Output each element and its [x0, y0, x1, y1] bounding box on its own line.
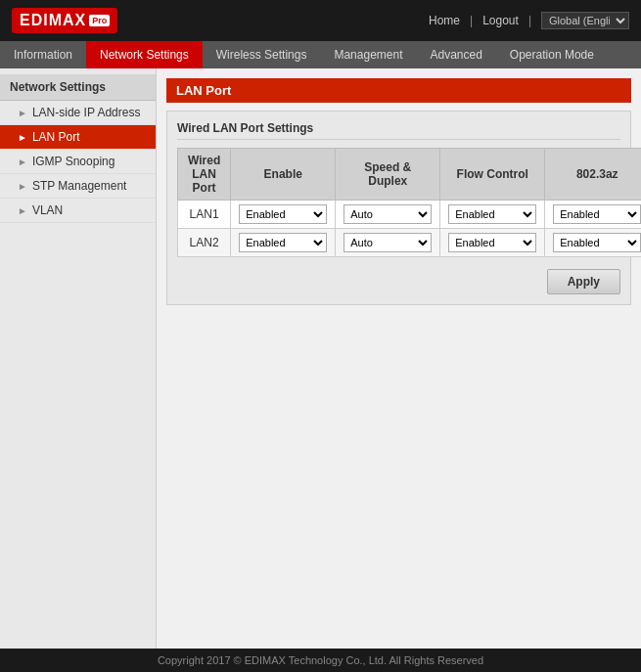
language-select[interactable]: Global (English)	[541, 12, 629, 29]
sidebar-item-label: VLAN	[32, 203, 63, 217]
content-area: LAN Port Wired LAN Port Settings Wired L…	[157, 68, 641, 649]
lan2-speed-cell: Auto 10 Half 10 Full 100 Half 100 Full	[336, 229, 440, 257]
lan2-enable-select[interactable]: Enabled Disabled	[239, 233, 327, 252]
sidebar-section-title: Network Settings	[0, 74, 156, 101]
col-header-az: 802.3az	[545, 149, 641, 201]
logout-link[interactable]: Logout	[482, 14, 519, 27]
sidebar-item-lan-port[interactable]: ► LAN Port	[0, 125, 156, 150]
nav-item-information[interactable]: Information	[0, 41, 86, 68]
col-header-enable: Enable	[231, 149, 336, 201]
arrow-icon: ►	[18, 157, 27, 167]
table-row-lan1: LAN1 Enabled Disabled Auto 10 Half 1	[178, 201, 642, 229]
sidebar-item-lan-side-ip[interactable]: ► LAN-side IP Address	[0, 101, 156, 125]
col-header-speed: Speed & Duplex	[336, 149, 440, 201]
pipe-2: |	[528, 14, 531, 27]
copyright-text: Copyright 2017 © EDIMAX Technology Co., …	[158, 654, 483, 666]
table-row-lan2: LAN2 Enabled Disabled Auto 10 Half 1	[178, 229, 642, 257]
nav-item-operation-mode[interactable]: Operation Mode	[496, 41, 608, 68]
arrow-icon: ►	[18, 205, 27, 216]
sidebar: Network Settings ► LAN-side IP Address ►…	[0, 68, 157, 649]
nav-item-advanced[interactable]: Advanced	[416, 41, 495, 68]
lan1-speed-select[interactable]: Auto 10 Half 10 Full 100 Half 100 Full	[343, 204, 432, 224]
sidebar-item-label: LAN Port	[32, 130, 80, 144]
arrow-icon: ►	[18, 132, 27, 143]
main-area: Network Settings ► LAN-side IP Address ►…	[0, 68, 641, 649]
page-title: LAN Port	[166, 78, 631, 103]
sidebar-item-label: IGMP Snooping	[32, 155, 115, 168]
nav-item-network-settings[interactable]: Network Settings	[86, 41, 203, 68]
sidebar-item-label: STP Management	[32, 179, 127, 193]
settings-panel: Wired LAN Port Settings Wired LAN Port E…	[166, 111, 631, 305]
col-header-port: Wired LAN Port	[178, 149, 231, 201]
sidebar-item-label: LAN-side IP Address	[32, 106, 141, 119]
pipe-1: |	[470, 14, 473, 27]
apply-button[interactable]: Apply	[547, 269, 620, 294]
logo: EDIMAX Pro	[12, 8, 117, 33]
nav-item-wireless-settings[interactable]: Wireless Settings	[203, 41, 321, 68]
lan1-port-label: LAN1	[178, 201, 231, 229]
lan2-speed-select[interactable]: Auto 10 Half 10 Full 100 Half 100 Full	[343, 233, 432, 252]
lan1-speed-cell: Auto 10 Half 10 Full 100 Half 100 Full	[336, 201, 440, 229]
logo-pro-badge: Pro	[89, 15, 110, 26]
lan2-flow-select[interactable]: Enabled Disabled	[448, 233, 536, 252]
apply-row: Apply	[177, 269, 620, 294]
sidebar-item-stp-management[interactable]: ► STP Management	[0, 174, 156, 199]
lan-port-table: Wired LAN Port Enable Speed & Duplex Flo…	[177, 148, 641, 257]
panel-title: Wired LAN Port Settings	[177, 121, 620, 140]
footer: Copyright 2017 © EDIMAX Technology Co., …	[0, 649, 641, 672]
arrow-icon: ►	[18, 108, 27, 118]
app-header: EDIMAX Pro Home | Logout | Global (Engli…	[0, 0, 641, 41]
lan1-flow-select[interactable]: Enabled Disabled	[448, 204, 536, 224]
lan2-flow-cell: Enabled Disabled	[440, 229, 545, 257]
lan1-enable-select[interactable]: Enabled Disabled	[239, 204, 327, 224]
sidebar-item-igmp-snooping[interactable]: ► IGMP Snooping	[0, 150, 156, 174]
lan1-az-cell: Enabled Disabled	[545, 201, 641, 229]
home-link[interactable]: Home	[429, 14, 460, 27]
lan2-az-cell: Enabled Disabled	[545, 229, 641, 257]
sidebar-item-vlan[interactable]: ► VLAN	[0, 199, 156, 223]
main-nav: Information Network Settings Wireless Se…	[0, 41, 641, 68]
header-right: Home | Logout | Global (English)	[429, 12, 629, 29]
lan1-flow-cell: Enabled Disabled	[440, 201, 545, 229]
lan2-az-select[interactable]: Enabled Disabled	[553, 233, 641, 252]
lan1-az-select[interactable]: Enabled Disabled	[553, 204, 641, 224]
col-header-flow: Flow Control	[440, 149, 545, 201]
lan2-port-label: LAN2	[178, 229, 231, 257]
logo-edimax: EDIMAX	[20, 12, 86, 29]
nav-item-management[interactable]: Management	[320, 41, 416, 68]
lan2-enable-cell: Enabled Disabled	[231, 229, 336, 257]
arrow-icon: ►	[18, 181, 27, 192]
lan1-enable-cell: Enabled Disabled	[231, 201, 336, 229]
